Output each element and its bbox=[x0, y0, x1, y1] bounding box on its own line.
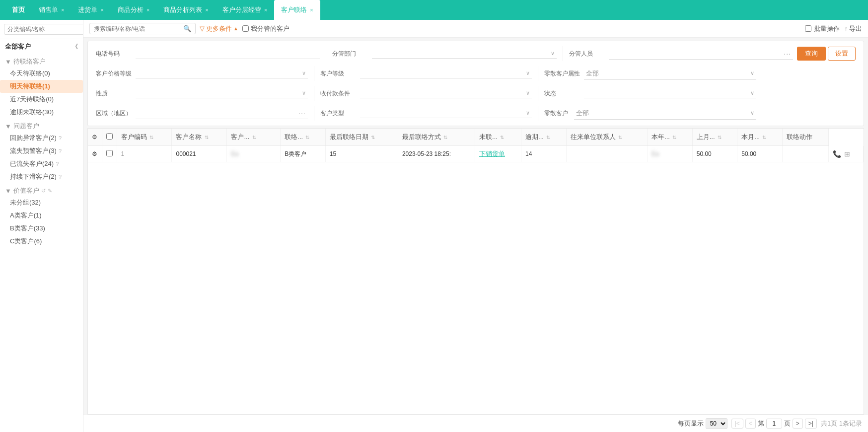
row-last-contact-method[interactable]: 下销货单 bbox=[475, 146, 521, 162]
sidebar-item-a-class[interactable]: A类客户(1) bbox=[0, 209, 83, 222]
batch-checkbox[interactable] bbox=[805, 25, 811, 32]
th-this-month[interactable]: 本月... ⇅ bbox=[737, 129, 783, 146]
row-name[interactable]: Ea bbox=[227, 146, 281, 162]
main-search-input[interactable] bbox=[94, 25, 183, 32]
sort-overdue-icon[interactable]: ⇅ bbox=[546, 135, 550, 140]
last-page-btn[interactable]: >| bbox=[805, 419, 817, 429]
sidebar-item-ungrouped[interactable]: 未分组(32) bbox=[0, 196, 83, 209]
sidebar-item-b-class[interactable]: B类客户(33) bbox=[0, 222, 83, 235]
row-phone-icon[interactable]: 📞 bbox=[833, 150, 841, 158]
churned-help-icon[interactable]: ? bbox=[56, 161, 59, 167]
sort-type-icon[interactable]: ⇅ bbox=[252, 135, 256, 140]
sidebar-search-input[interactable] bbox=[4, 24, 83, 35]
main-search-icon[interactable]: 🔍 bbox=[183, 25, 191, 32]
filter-manager-select[interactable]: ··· bbox=[609, 48, 793, 60]
more-conditions-btn[interactable]: ▽ 更多条件 ▲ bbox=[200, 24, 238, 33]
close-product-analysis-list-icon[interactable]: × bbox=[205, 7, 208, 13]
sort-name-icon[interactable]: ⇅ bbox=[205, 135, 209, 140]
per-page-select[interactable]: 50 bbox=[706, 418, 727, 429]
filter-dept-label: 分管部门 bbox=[332, 50, 372, 58]
filter-phone-input[interactable] bbox=[136, 49, 320, 59]
th-customer-code[interactable]: 客户编码 ⇅ bbox=[117, 129, 172, 146]
sort-contact-icon[interactable]: ⇅ bbox=[305, 135, 309, 140]
close-customer-contact-icon[interactable]: × bbox=[310, 7, 313, 13]
filter-dept-select[interactable]: ∨ bbox=[372, 49, 556, 59]
filter-retail-customer-select[interactable]: 全部 ∨ bbox=[574, 107, 756, 120]
filter-payment-select[interactable]: ∨ bbox=[360, 88, 532, 98]
page-number-input[interactable] bbox=[766, 419, 782, 429]
churn-warning-help-icon[interactable]: ? bbox=[59, 148, 62, 154]
close-customer-stratification-icon[interactable]: × bbox=[264, 7, 267, 13]
sort-method-icon[interactable]: ⇅ bbox=[443, 135, 447, 140]
sidebar-collapse-icon[interactable]: 《 bbox=[72, 43, 78, 51]
value-edit-icon[interactable]: ✎ bbox=[48, 188, 52, 194]
settings-button[interactable]: 设置 bbox=[828, 47, 856, 61]
sidebar-item-today-pending[interactable]: 今天待联络(0) bbox=[0, 67, 83, 80]
sort-unlinked-icon[interactable]: ⇅ bbox=[500, 135, 504, 140]
nav-product-analysis-list[interactable]: 商品分析列表 × bbox=[156, 0, 215, 20]
row-this-month bbox=[782, 146, 828, 162]
next-page-btn[interactable]: > bbox=[793, 419, 803, 429]
row-checkbox[interactable] bbox=[106, 150, 113, 156]
th-last-contact-date[interactable]: 最后联络日期 ⇅ bbox=[325, 129, 398, 146]
filter-gender-select[interactable]: ∨ bbox=[136, 88, 308, 98]
sidebar-item-overdue-pending[interactable]: 逾期未联络(30) bbox=[0, 106, 83, 119]
sort-code-icon[interactable]: ⇅ bbox=[149, 135, 153, 140]
filter-value-level-select[interactable]: ∨ bbox=[136, 69, 308, 78]
th-contact-person[interactable]: 往来单位联系人 ⇅ bbox=[566, 129, 648, 146]
th-unlinked[interactable]: 未联... ⇅ bbox=[475, 129, 521, 146]
sidebar-item-churn-warning[interactable]: 流失预警客户(3) ? bbox=[0, 144, 83, 157]
th-last-month[interactable]: 上月... ⇅ bbox=[692, 129, 737, 146]
select-all-checkbox[interactable] bbox=[106, 133, 113, 140]
sidebar-item-declining[interactable]: 持续下滑客户(2) ? bbox=[0, 170, 83, 183]
abnormal-help-icon[interactable]: ? bbox=[59, 135, 62, 141]
sort-lastmonth-icon[interactable]: ⇅ bbox=[718, 135, 722, 140]
th-customer-type[interactable]: 客户... ⇅ bbox=[227, 129, 281, 146]
nav-purchase-order[interactable]: 进货单 × bbox=[71, 0, 110, 20]
sidebar-item-abnormal[interactable]: 回购异常客户(2) ? bbox=[0, 132, 83, 144]
row-more-icon[interactable]: ⊞ bbox=[844, 150, 850, 158]
row-checkbox-cell[interactable] bbox=[102, 146, 117, 162]
sidebar-item-c-class[interactable]: C类客户(6) bbox=[0, 235, 83, 248]
nav-product-analysis[interactable]: 商品分析 × bbox=[111, 0, 156, 20]
close-purchase-order-icon[interactable]: × bbox=[100, 7, 103, 13]
nav-customer-contact[interactable]: 客户联络 × bbox=[274, 0, 320, 20]
close-product-analysis-icon[interactable]: × bbox=[146, 7, 149, 13]
my-customers-checkbox-area[interactable]: 我分管的客户 bbox=[242, 24, 289, 33]
query-button[interactable]: 查询 bbox=[797, 47, 826, 61]
batch-operation-btn[interactable]: 批量操作 bbox=[805, 24, 840, 33]
sidebar-item-tomorrow-pending[interactable]: 明天待联络(1) bbox=[0, 80, 83, 93]
th-this-year[interactable]: 本年... ⇅ bbox=[648, 129, 693, 146]
sort-person-icon[interactable]: ⇅ bbox=[618, 135, 622, 140]
my-customers-checkbox[interactable] bbox=[242, 25, 249, 32]
nav-customer-stratification[interactable]: 客户分层经营 × bbox=[216, 0, 274, 20]
close-sales-order-icon[interactable]: × bbox=[61, 7, 64, 13]
value-refresh-icon[interactable]: ↺ bbox=[41, 188, 46, 194]
filter-retail-attr-select[interactable]: 全部 ∨ bbox=[584, 68, 756, 80]
export-btn[interactable]: ↑ 导出 bbox=[845, 24, 863, 33]
filter-gender-field: 性质 ∨ bbox=[96, 88, 308, 98]
th-overdue[interactable]: 逾期... ⇅ bbox=[521, 129, 567, 146]
first-page-btn[interactable]: |< bbox=[731, 419, 743, 429]
filter-status-select[interactable]: ∨ bbox=[584, 88, 756, 98]
sort-date-icon[interactable]: ⇅ bbox=[371, 135, 375, 140]
th-last-contact-method[interactable]: 最后联络方式 ⇅ bbox=[398, 129, 475, 146]
filter-customer-type-select[interactable]: ∨ bbox=[360, 108, 532, 118]
declining-help-icon[interactable]: ? bbox=[59, 174, 62, 180]
row-gear-icon[interactable]: ⚙ bbox=[88, 146, 102, 162]
sidebar-item-churned[interactable]: 已流失客户(24) ? bbox=[0, 157, 83, 170]
filter-region-select[interactable]: ··· bbox=[136, 108, 308, 119]
sidebar-all-customers[interactable]: 全部客户 《 bbox=[0, 39, 83, 54]
filter-customer-level-select[interactable]: ∨ bbox=[360, 69, 532, 78]
nav-sales-order[interactable]: 销售单 × bbox=[32, 0, 71, 20]
th-customer-name[interactable]: 客户名称 ⇅ bbox=[172, 129, 227, 146]
prev-page-btn[interactable]: < bbox=[745, 419, 756, 429]
sort-thismonth-icon[interactable]: ⇅ bbox=[762, 135, 766, 140]
row-unlinked: 14 bbox=[521, 146, 567, 162]
nav-home[interactable]: 首页 bbox=[5, 0, 32, 20]
sidebar-item-week-pending[interactable]: 近7天待联络(0) bbox=[0, 93, 83, 106]
th-checkbox[interactable] bbox=[102, 129, 117, 146]
th-settings[interactable]: ⚙ bbox=[88, 129, 102, 146]
th-contact-count[interactable]: 联络... ⇅ bbox=[281, 129, 326, 146]
sort-year-icon[interactable]: ⇅ bbox=[672, 135, 676, 140]
